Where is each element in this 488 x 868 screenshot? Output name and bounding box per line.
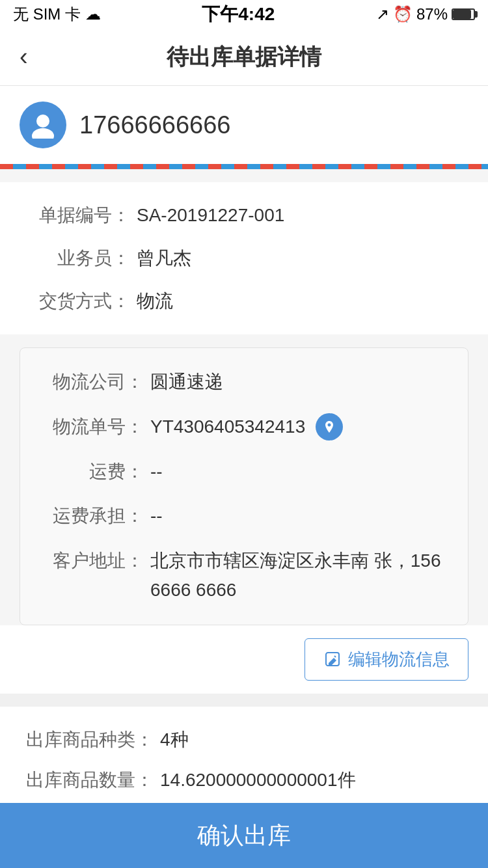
delivery-row: 交货方式： 物流: [26, 288, 462, 315]
status-right: ↗ ⏰ 87%: [376, 5, 475, 23]
address-label: 客户地址：: [40, 547, 144, 576]
sim-status: 无 SIM 卡 ☁: [13, 4, 101, 25]
logistics-tracking-row: 物流单号： YT4306405342413: [40, 413, 448, 442]
status-left: 无 SIM 卡 ☁: [13, 4, 101, 25]
goods-types-row: 出库商品种类： 4种: [26, 726, 462, 753]
logistics-company-row: 物流公司： 圆通速递: [40, 368, 448, 397]
goods-section: 出库商品种类： 4种 出库商品数量： 14.620000000000001件: [0, 707, 488, 813]
freight-label: 运费：: [40, 457, 144, 487]
battery-icon: [452, 8, 475, 20]
confirm-button-label: 确认出库: [197, 820, 291, 852]
salesman-row: 业务员： 曾凡杰: [26, 245, 462, 272]
delivery-value: 物流: [130, 288, 462, 315]
dashed-divider: [0, 164, 488, 169]
nav-bar: ‹ 待出库单据详情: [0, 29, 488, 86]
goods-quantity-value: 14.620000000000001件: [154, 766, 356, 794]
freight-value: --: [144, 457, 448, 487]
tracking-number: YT4306405342413: [150, 413, 305, 442]
confirm-button-wrapper: 确认出库: [0, 803, 488, 868]
logistics-tracking-value-container: YT4306405342413: [144, 413, 448, 442]
goods-quantity-label: 出库商品数量：: [26, 766, 154, 794]
freight-bearer-row: 运费承担： --: [40, 502, 448, 531]
salesman-label: 业务员：: [26, 245, 130, 272]
edit-logistics-wrapper: 编辑物流信息: [0, 625, 488, 694]
doc-number-row: 单据编号： SA-20191227-001: [26, 202, 462, 229]
avatar: [20, 102, 66, 148]
address-value: 北京市市辖区海淀区永丰南 张，156 6666 6666: [144, 547, 448, 605]
delivery-label: 交货方式：: [26, 288, 130, 315]
track-location-button[interactable]: [316, 413, 343, 441]
logistics-company-label: 物流公司：: [40, 368, 144, 397]
alarm-icon: ⏰: [393, 5, 413, 23]
edit-logistics-button[interactable]: 编辑物流信息: [305, 638, 468, 681]
doc-number-label: 单据编号：: [26, 202, 130, 229]
back-button[interactable]: ‹: [20, 43, 28, 71]
gray-separator: [0, 694, 488, 707]
logistics-card: 物流公司： 圆通速递 物流单号： YT4306405342413 运费： -- …: [20, 347, 468, 625]
svg-point-1: [32, 128, 54, 139]
document-info-section: 单据编号： SA-20191227-001 业务员： 曾凡杰 交货方式： 物流: [0, 182, 488, 334]
goods-types-value: 4种: [154, 726, 189, 753]
logistics-company-value: 圆通速递: [144, 368, 448, 397]
freight-bearer-value: --: [144, 502, 448, 531]
status-bar: 无 SIM 卡 ☁ 下午4:42 ↗ ⏰ 87%: [0, 0, 488, 29]
edit-logistics-label: 编辑物流信息: [348, 648, 450, 671]
battery-level: 87%: [416, 5, 448, 23]
location-icon-status: ↗: [376, 5, 389, 23]
page-title: 待出库单据详情: [167, 42, 321, 72]
address-row: 客户地址： 北京市市辖区海淀区永丰南 张，156 6666 6666: [40, 547, 448, 605]
goods-types-label: 出库商品种类：: [26, 726, 154, 753]
doc-number-value: SA-20191227-001: [130, 202, 462, 229]
svg-point-0: [36, 115, 49, 128]
customer-header: 17666666666: [0, 86, 488, 164]
goods-quantity-row: 出库商品数量： 14.620000000000001件: [26, 766, 462, 794]
freight-row: 运费： --: [40, 457, 448, 487]
salesman-value: 曾凡杰: [130, 245, 462, 272]
logistics-tracking-label: 物流单号：: [40, 413, 144, 442]
status-time: 下午4:42: [202, 2, 275, 27]
confirm-button[interactable]: 确认出库: [0, 803, 488, 868]
customer-phone: 17666666666: [79, 111, 230, 139]
freight-bearer-label: 运费承担：: [40, 502, 144, 531]
